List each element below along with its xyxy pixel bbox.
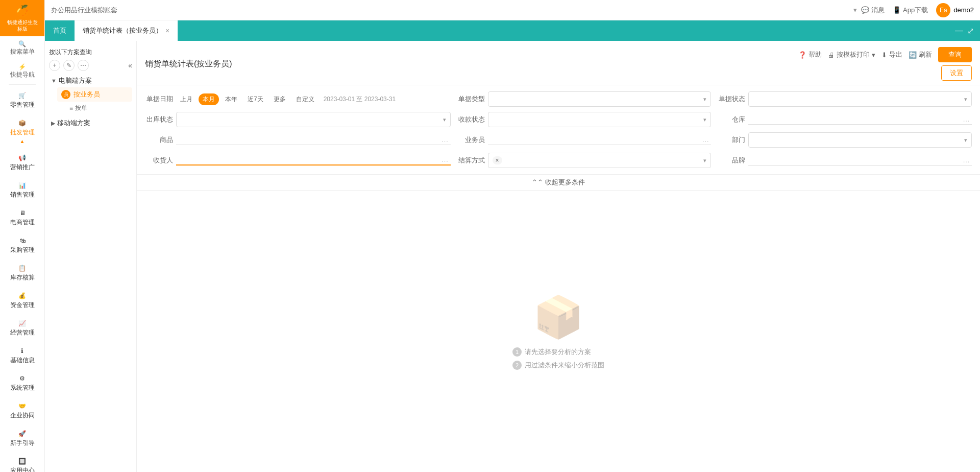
date-tab-7days[interactable]: 近7天 — [243, 93, 267, 105]
warehouse-dots-btn[interactable]: … — [961, 115, 972, 123]
tabbar-right: — ⤢ — [955, 26, 980, 36]
sidebar-item-wholesale[interactable]: 📦 批发管理 ▲ — [0, 114, 44, 149]
collapse-bar[interactable]: ⌃⌃ 收起更多条件 — [137, 175, 980, 191]
salesman-scheme-icon: 员 — [61, 90, 70, 99]
dept-arrow: ▾ — [964, 137, 967, 144]
doc-type-select[interactable]: ▾ — [488, 91, 712, 107]
payment-tag-x[interactable]: × — [496, 157, 499, 164]
date-tab-custom[interactable]: 自定义 — [292, 93, 318, 105]
finance-icon: 💰 — [18, 292, 26, 299]
avatar: Ea — [936, 3, 950, 17]
doc-status-select[interactable]: ▾ — [748, 91, 972, 107]
export-btn[interactable]: ⬇ 导出 — [881, 50, 902, 59]
print-dropdown-icon: ▾ — [872, 51, 875, 59]
message-btn[interactable]: 💬 消息 — [861, 6, 885, 15]
sidebar-item-purchase[interactable]: 🛍 采购管理 — [0, 232, 44, 259]
sidebar-item-system[interactable]: ⚙ 系统管理 — [0, 370, 44, 397]
guide-icon: 🚀 — [18, 430, 26, 437]
query-button[interactable]: 查询 — [938, 47, 972, 62]
operations-icon: 📈 — [18, 320, 26, 327]
sidebar-item-basic-label: 基础信息 — [10, 356, 35, 365]
sidebar-logo[interactable]: 🍊 畅捷通好生意 标版 — [0, 0, 44, 36]
topbar-dropdown-icon[interactable]: ▾ — [853, 6, 857, 14]
tab-sales-stat[interactable]: 销货单统计表（按业务员） × — [75, 20, 178, 41]
sidebar-item-retail-label: 零售管理 — [10, 101, 35, 109]
brand-label: 品牌 — [717, 156, 745, 165]
receipt-status-select[interactable]: ▾ — [488, 112, 712, 127]
dept-select[interactable]: ▾ — [748, 132, 972, 148]
out-status-arrow: ▾ — [443, 116, 446, 123]
message-icon: 💬 — [861, 6, 869, 14]
sidebar-item-appcenter-label: 应用中心 — [10, 466, 35, 472]
salesman-dots-btn[interactable]: … — [700, 135, 711, 144]
chevron-up-icon: ▲ — [20, 138, 25, 144]
sidebar-item-finance[interactable]: 💰 资金管理 — [0, 287, 44, 315]
setting-button[interactable]: 设置 — [941, 65, 972, 81]
sidebar-item-basic[interactable]: ℹ 基础信息 — [0, 342, 44, 370]
sidebar-item-ecom-label: 电商管理 — [10, 218, 35, 227]
goods-dots-btn[interactable]: … — [439, 135, 451, 144]
receiver-dots-btn[interactable]: … — [439, 155, 451, 163]
quick-nav-item[interactable]: ⚡ 快捷导航 — [0, 60, 44, 82]
sidebar-item-guide-label: 新手引导 — [10, 439, 35, 447]
refresh-btn[interactable]: 🔄 刷新 — [909, 50, 932, 59]
topbar: 办公用品行业模拟账套 ▾ 💬 消息 📱 App下载 Ea demo2 — [45, 0, 980, 20]
tree-subchild-order[interactable]: ≡ 按单 — [57, 102, 132, 114]
salesman-filter-label: 业务员 — [457, 135, 485, 145]
sidebar-item-sales[interactable]: 📊 销售管理 — [0, 177, 44, 204]
date-tab-lastmonth[interactable]: 上月 — [176, 93, 197, 105]
left-panel-header-label: 按以下方案查询 — [49, 48, 132, 57]
sidebar-item-retail[interactable]: 🛒 零售管理 — [0, 87, 44, 114]
print-btn[interactable]: 🖨 按模板打印 ▾ — [828, 50, 875, 59]
payment-select[interactable]: × ▾ — [488, 153, 712, 168]
date-tab-thisyear[interactable]: 本年 — [221, 93, 241, 105]
salesman-scheme-label: 按业务员 — [74, 90, 100, 99]
help-btn[interactable]: ❓ 帮助 — [798, 50, 822, 59]
doc-status-label: 单据状态 — [717, 95, 745, 104]
receipt-status-arrow: ▾ — [703, 116, 706, 123]
message-label: 消息 — [871, 6, 885, 15]
tree-desktop-expand-icon: ▼ — [51, 78, 57, 84]
sidebar-item-inventory[interactable]: 📋 库存核算 — [0, 259, 44, 287]
doc-status-arrow: ▾ — [964, 96, 967, 103]
payment-tag[interactable]: × — [493, 156, 502, 164]
app-download-btn[interactable]: 📱 App下载 — [893, 6, 928, 15]
page-header: 销货单统计表(按业务员) ❓ 帮助 🖨 按模板打印 ▾ — [137, 41, 980, 85]
user-area[interactable]: Ea demo2 — [936, 3, 974, 17]
collapse-panel-btn[interactable]: « — [128, 61, 132, 69]
tabbar: 首页 销货单统计表（按业务员） × — ⤢ — [45, 20, 980, 41]
print-label: 按模板打印 — [837, 50, 870, 59]
search-menu-item[interactable]: 🔍 搜索菜单 — [0, 36, 44, 60]
add-scheme-btn[interactable]: + — [49, 60, 60, 71]
sidebar-item-marketing[interactable]: 📢 营销推广 — [0, 149, 44, 177]
tree-desktop-parent[interactable]: ▼ 电脑端方案 — [49, 74, 132, 87]
search-icon: 🔍 — [2, 40, 42, 48]
date-tab-thismonth[interactable]: 本月 — [199, 93, 219, 105]
purchase-icon: 🛍 — [19, 237, 26, 244]
left-panel-actions: + ✎ ⋯ « — [45, 60, 136, 74]
tree-mobile-parent[interactable]: ▶ 移动端方案 — [49, 116, 132, 130]
sidebar-item-ecom[interactable]: 🖥 电商管理 — [0, 204, 44, 232]
sidebar-item-system-label: 系统管理 — [10, 384, 35, 392]
sidebar-item-purchase-label: 采购管理 — [10, 246, 35, 254]
tree-child-salesman[interactable]: 员 按业务员 — [57, 87, 132, 102]
out-status-select[interactable]: ▾ — [176, 112, 451, 127]
sidebar-item-operations[interactable]: 📈 经营管理 — [0, 315, 44, 342]
edit-scheme-btn[interactable]: ✎ — [63, 60, 75, 71]
search-menu-label: 搜索菜单 — [2, 48, 42, 56]
refresh-icon: 🔄 — [909, 51, 917, 59]
tree-desktop-label: 电脑端方案 — [59, 76, 92, 85]
tab-minimize-icon[interactable]: — — [955, 26, 963, 35]
tab-close-icon[interactable]: × — [165, 27, 169, 35]
page-actions: ❓ 帮助 🖨 按模板打印 ▾ ⬇ 导出 — [798, 47, 972, 81]
more-scheme-btn[interactable]: ⋯ — [78, 60, 89, 71]
tab-home[interactable]: 首页 — [45, 20, 75, 41]
tab-maximize-icon[interactable]: ⤢ — [967, 26, 974, 36]
sidebar-item-corp[interactable]: 🤝 企业协同 — [0, 397, 44, 425]
sidebar-item-appcenter[interactable]: 🔲 应用中心 — [0, 453, 44, 472]
sidebar-item-guide[interactable]: 🚀 新手引导 — [0, 425, 44, 453]
out-status-label: 出库状态 — [145, 115, 173, 124]
brand-dots-btn[interactable]: … — [961, 156, 972, 164]
system-icon: ⚙ — [19, 375, 25, 382]
date-tab-more[interactable]: 更多 — [270, 93, 290, 105]
